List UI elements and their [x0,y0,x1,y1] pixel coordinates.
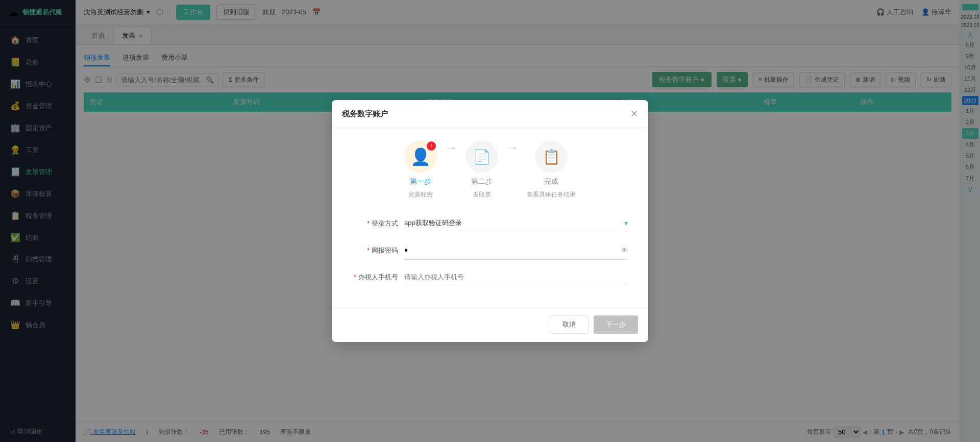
step-arrow-1: → [437,140,465,173]
login-method-row: 登录方式 app获取验证码登录 ▾ [352,215,628,231]
step-3-complete-icon: 📋 [543,149,560,165]
modal-footer: 取消 下一步 [332,307,648,342]
select-dropdown-icon: ▾ [624,219,628,227]
modal-header: 税务数字账户 ✕ [332,100,648,128]
step-2-icon: 📄 [465,140,498,173]
login-method-select[interactable]: app获取验证码登录 ▾ [404,215,628,231]
password-wrap: 👁 [404,241,628,260]
step-2-label: 第二步 [471,177,493,186]
step-2-doc-icon: 📄 [473,149,491,165]
step-1: 👤 ! 第一步 完善账密 [404,140,437,199]
step-arrow-2: → [498,140,527,173]
step-2-desc: 去取票 [473,190,491,199]
phone-row: 办税人手机号 [352,270,628,284]
step-1-person-icon: 👤 [410,147,431,166]
modal-title: 税务数字账户 [342,109,388,119]
phone-label: 办税人手机号 [352,273,398,282]
modal-overlay[interactable]: 税务数字账户 ✕ 👤 ! 第一步 完善账密 → [0,0,980,442]
step-3-desc: 查看具体任务结果 [527,190,576,199]
password-row: 网报密码 👁 [352,241,628,260]
step-3: 📋 完成 查看具体任务结果 [527,140,576,199]
step-3-label: 完成 [544,177,558,186]
tax-digital-modal: 税务数字账户 ✕ 👤 ! 第一步 完善账密 → [332,100,648,342]
phone-input[interactable] [404,270,628,284]
steps-container: 👤 ! 第一步 完善账密 → 📄 第二步 去取票 → [352,140,628,199]
step-1-label: 第一步 [410,177,431,186]
step-1-desc: 完善账密 [408,190,433,199]
form: 登录方式 app获取验证码登录 ▾ 网报密码 👁 办税人手机 [352,215,628,284]
password-toggle-icon[interactable]: 👁 [621,247,628,254]
cancel-button[interactable]: 取消 [550,315,589,334]
step-2: 📄 第二步 去取票 [465,140,498,199]
password-input[interactable] [404,241,621,259]
step-1-badge: ! [427,141,436,151]
modal-body: 👤 ! 第一步 完善账密 → 📄 第二步 去取票 → [332,128,648,307]
login-method-value: app获取验证码登录 [404,218,462,228]
step-1-icon: 👤 ! [404,140,437,173]
modal-close-button[interactable]: ✕ [630,108,638,119]
step-3-icon: 📋 [535,140,568,173]
password-label: 网报密码 [352,246,398,255]
login-method-label: 登录方式 [352,219,398,228]
next-step-button[interactable]: 下一步 [594,315,638,334]
